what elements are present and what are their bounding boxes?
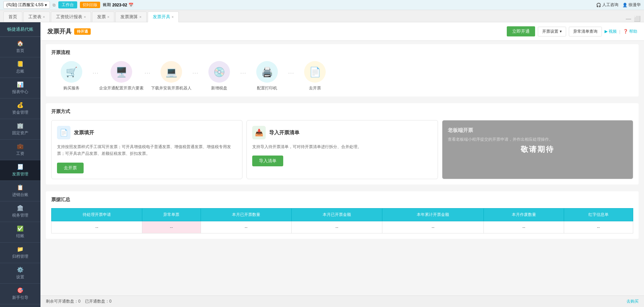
- tab-invoice-close[interactable]: ×: [107, 15, 109, 19]
- sidebar-item-tax[interactable]: 🏛️ 税务管理: [0, 201, 40, 222]
- top-bar: (勾划) 江西服宝-LSS ▾ ⧉ 工作台 切到旧版 账期 2023-02 📅 …: [0, 0, 644, 10]
- tab-payroll[interactable]: 工资表 ×: [23, 11, 50, 22]
- workbench-button[interactable]: 工作台: [58, 1, 77, 8]
- close-icon: ✅: [17, 225, 24, 232]
- tab-invoice[interactable]: 发票 ×: [92, 11, 114, 22]
- immediate-open-button[interactable]: 立即开通: [507, 26, 535, 36]
- guide-icon: 🎯: [17, 287, 24, 294]
- sidebar-item-invoice[interactable]: 🧾 发票管理: [0, 160, 40, 181]
- process-title: 开票流程: [51, 50, 633, 56]
- process-label-6: 去开票: [309, 85, 321, 91]
- tab-bar: 首页 工资表 × 工资统计报表 × 发票 × 发票测算 × 发票开具 × — ⬜: [0, 10, 644, 22]
- sidebar-logo: 畅捷通易代账: [0, 22, 40, 37]
- col-month-amount: 本月已开票金额: [291, 208, 382, 221]
- home-icon: 🏠: [17, 40, 24, 47]
- process-label-2: 企业开通配置开票六要素: [99, 85, 144, 91]
- card-fill-icon: 📄: [57, 126, 70, 139]
- main-layout: 畅捷通易代账 🏠 首页 📒 总账 📊 报表中心 💰 资金管理 🏢 固定资产 💼 …: [0, 22, 644, 307]
- tab-invoice-calc-close[interactable]: ×: [139, 15, 141, 19]
- process-step-4: 💿 新增税盘: [199, 61, 239, 91]
- val-month-amount: --: [291, 221, 382, 233]
- sidebar-item-payroll[interactable]: 💼 工资: [0, 140, 40, 160]
- arrow-2: ⋯: [144, 69, 150, 83]
- help-button[interactable]: ❓ 帮助: [623, 29, 637, 34]
- buy-link[interactable]: 去购买: [626, 299, 639, 304]
- sidebar-item-ledger-label: 总账: [16, 68, 24, 74]
- period-value: 2023-02: [112, 3, 127, 7]
- col-pending: 待处理开票申请: [52, 208, 142, 221]
- invoice-icon: 🧾: [17, 164, 24, 170]
- assets-icon: 🏢: [17, 122, 24, 129]
- import-list-button[interactable]: 导入清单: [252, 156, 283, 166]
- tab-invoice-calc[interactable]: 发票测算 ×: [115, 11, 146, 22]
- sidebar-item-guide-label: 新手引导: [12, 295, 28, 301]
- sidebar-item-purchase[interactable]: 📋 进销台账: [0, 181, 40, 201]
- sidebar-item-ledger[interactable]: 📒 总账: [0, 57, 40, 78]
- col-void-count: 本月作废数量: [484, 208, 564, 221]
- arrow-4: ⋯: [240, 69, 246, 83]
- val-month-count: --: [201, 221, 291, 233]
- page-header: 发票开具 待开通 立即开通 开票设置 ▾ 异常清单查询 ▶ 视频 | ❓ 帮助: [40, 22, 644, 41]
- process-label-4: 新增税盘: [211, 85, 227, 91]
- summary-table-header-row: 待处理开票申请 异常单票 本月已开票数量 本月已开票金额 本年累计开票金额 本月…: [52, 208, 633, 221]
- payroll-icon: 💼: [17, 143, 24, 149]
- sidebar-item-reports[interactable]: 📊 报表中心: [0, 78, 40, 99]
- method-title: 开票方式: [51, 109, 633, 115]
- tax-icon: 🏛️: [17, 205, 24, 211]
- help-icon: ❓: [623, 29, 628, 34]
- purchase-icon: 📋: [17, 184, 24, 191]
- abnormal-query-button[interactable]: 异常清单查询: [569, 27, 602, 36]
- minimize-icon[interactable]: —: [626, 16, 631, 22]
- chevron-down-icon: ▾: [45, 3, 47, 7]
- tab-invoice-issue-label: 发票开具: [153, 14, 170, 20]
- view-video-button[interactable]: ▶ 视频: [605, 29, 617, 34]
- chevron-down-icon2: ▾: [560, 29, 562, 34]
- tab-invoice-label: 发票: [97, 14, 106, 20]
- invoice-card-boss: 老板端开票 查看老板端小程序提交的开票申请，并作出相应处理操作。 敬请期待: [442, 120, 633, 179]
- separator: |: [619, 29, 620, 34]
- sidebar-item-close[interactable]: ✅ 结账: [0, 222, 40, 243]
- sidebar-item-guide[interactable]: 🎯 新手引导: [0, 284, 40, 304]
- sidebar-item-reports-label: 报表中心: [12, 89, 28, 95]
- tab-home[interactable]: 首页: [3, 11, 22, 22]
- col-red-info: 红字信息单: [564, 208, 633, 221]
- content-area: 发票开具 待开通 立即开通 开票设置 ▾ 异常清单查询 ▶ 视频 | ❓ 帮助: [40, 22, 644, 307]
- tab-invoice-issue[interactable]: 发票开具 ×: [148, 11, 179, 22]
- maximize-icon[interactable]: ⬜: [634, 16, 641, 22]
- process-icon-1: 🛒: [61, 61, 82, 83]
- tab-payroll-report-close[interactable]: ×: [84, 15, 86, 19]
- sidebar-item-assets-label: 固定资产: [12, 130, 28, 136]
- company-selector[interactable]: (勾划) 江西服宝-LSS ▾: [3, 1, 50, 9]
- settings-icon: ⚙️: [17, 267, 24, 273]
- tab-payroll-report[interactable]: 工资统计报表 ×: [51, 11, 91, 22]
- page-title-area: 发票开具 待开通: [47, 27, 91, 35]
- calendar-icon[interactable]: 📅: [128, 3, 134, 7]
- sidebar-item-settings[interactable]: ⚙️ 设置: [0, 263, 40, 284]
- tab-invoice-issue-close[interactable]: ×: [172, 15, 174, 19]
- cards-row: 📄 发票填开 支持按照发票样式手工填写开发票；可开具增值税电子普通发票、增值税普…: [51, 120, 633, 179]
- switch-version-button[interactable]: 切到旧版: [80, 2, 100, 8]
- sidebar-item-assets[interactable]: 🏢 固定资产: [0, 119, 40, 140]
- status-badge: 待开通: [74, 28, 91, 35]
- go-issue-button[interactable]: 去开票: [57, 163, 84, 173]
- consult-button[interactable]: 🎧 人工咨询: [596, 2, 618, 8]
- sidebar-item-home[interactable]: 🏠 首页: [0, 37, 40, 57]
- window-controls: — ⬜: [626, 16, 641, 22]
- card-fill-title: 发票填开: [74, 130, 94, 136]
- user-button[interactable]: 👤 徐漫华: [622, 2, 641, 8]
- sidebar-item-member[interactable]: 👑 畅会员: [0, 304, 40, 307]
- copy-icon[interactable]: ⧉: [53, 3, 56, 7]
- sidebar-item-archive[interactable]: 📁 归档管理: [0, 243, 40, 263]
- tab-payroll-close[interactable]: ×: [43, 15, 45, 19]
- coming-soon-overlay: 敬请期待: [442, 120, 633, 179]
- card-import-header: 📥 导入开票清单: [252, 126, 432, 139]
- header-actions: 立即开通 开票设置 ▾ 异常清单查询 ▶ 视频 | ❓ 帮助: [507, 26, 637, 36]
- open-settings-button[interactable]: 开票设置 ▾: [538, 27, 566, 36]
- process-label-3: 下载并安装开票机器人: [151, 85, 192, 91]
- sidebar-item-funds[interactable]: 💰 资金管理: [0, 99, 40, 119]
- summary-title: 票据汇总: [51, 197, 633, 203]
- sidebar-item-tax-label: 税务管理: [12, 213, 28, 218]
- val-void-count: --: [484, 221, 564, 233]
- footer-remaining: 剩余可开通数盘：0 已开通数盘：0: [46, 299, 112, 304]
- process-step-6: 📄 去开票: [295, 61, 335, 91]
